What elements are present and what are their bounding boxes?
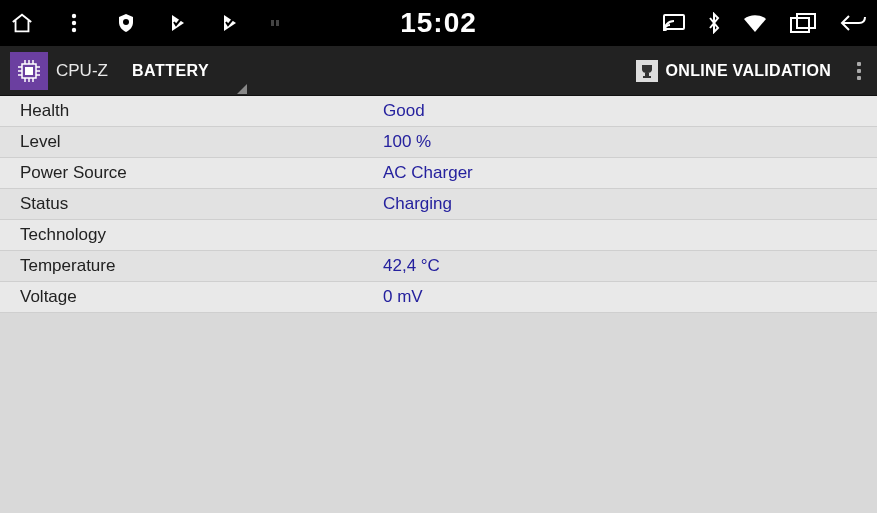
svg-point-0 xyxy=(72,14,76,18)
table-row: Voltage0 mV xyxy=(0,282,877,313)
row-label: Status xyxy=(20,194,383,214)
shield-icon[interactable] xyxy=(114,11,138,35)
svg-rect-5 xyxy=(276,20,279,26)
table-row: StatusCharging xyxy=(0,189,877,220)
small-indicator-icon xyxy=(270,11,282,35)
row-label: Level xyxy=(20,132,383,152)
table-row: Level100 % xyxy=(0,127,877,158)
row-label: Health xyxy=(20,101,383,121)
app-bar-actions: ONLINE VALIDATION xyxy=(636,56,869,86)
table-row: Temperature42,4 °C xyxy=(0,251,877,282)
app-icon[interactable] xyxy=(10,52,48,90)
home-icon[interactable] xyxy=(10,11,34,35)
status-left xyxy=(10,11,282,35)
app-title[interactable]: CPU-Z xyxy=(56,61,108,81)
svg-point-7 xyxy=(664,28,667,31)
svg-rect-11 xyxy=(25,67,33,75)
row-value: Good xyxy=(383,101,425,121)
online-validation-button[interactable]: ONLINE VALIDATION xyxy=(636,60,831,82)
row-label: Voltage xyxy=(20,287,383,307)
table-row: Power SourceAC Charger xyxy=(0,158,877,189)
svg-rect-9 xyxy=(797,14,815,28)
row-label: Technology xyxy=(20,225,383,245)
trophy-icon xyxy=(636,60,658,82)
status-right xyxy=(663,12,867,34)
row-value: Charging xyxy=(383,194,452,214)
status-time: 15:02 xyxy=(400,7,477,39)
row-label: Power Source xyxy=(20,163,383,183)
row-value: 0 mV xyxy=(383,287,423,307)
back-icon[interactable] xyxy=(839,12,867,34)
status-bar: 15:02 xyxy=(0,0,877,46)
play-check-icon-1[interactable] xyxy=(166,11,190,35)
svg-rect-25 xyxy=(643,76,651,78)
svg-rect-8 xyxy=(791,18,809,32)
svg-point-1 xyxy=(72,21,76,25)
tab-battery[interactable]: BATTERY xyxy=(126,62,215,80)
table-row: Technology xyxy=(0,220,877,251)
row-label: Temperature xyxy=(20,256,383,276)
row-value: 100 % xyxy=(383,132,431,152)
svg-rect-4 xyxy=(271,20,274,26)
battery-info-list: HealthGoodLevel100 %Power SourceAC Charg… xyxy=(0,96,877,313)
svg-point-3 xyxy=(123,19,129,25)
tab-container: BATTERY xyxy=(126,62,215,80)
play-check-icon-2[interactable] xyxy=(218,11,242,35)
overflow-menu-button[interactable] xyxy=(849,56,869,86)
row-value: AC Charger xyxy=(383,163,473,183)
svg-rect-24 xyxy=(645,73,649,76)
online-validation-label: ONLINE VALIDATION xyxy=(666,62,831,80)
vertical-dots-icon[interactable] xyxy=(62,11,86,35)
row-value: 42,4 °C xyxy=(383,256,440,276)
wifi-icon[interactable] xyxy=(743,14,767,32)
bluetooth-icon[interactable] xyxy=(707,12,721,34)
svg-point-2 xyxy=(72,28,76,32)
app-bar: CPU-Z BATTERY ONLINE VALIDATION xyxy=(0,46,877,96)
cast-icon[interactable] xyxy=(663,14,685,32)
spinner-indicator-icon[interactable] xyxy=(237,84,247,94)
recent-apps-icon[interactable] xyxy=(789,12,817,34)
table-row: HealthGood xyxy=(0,96,877,127)
